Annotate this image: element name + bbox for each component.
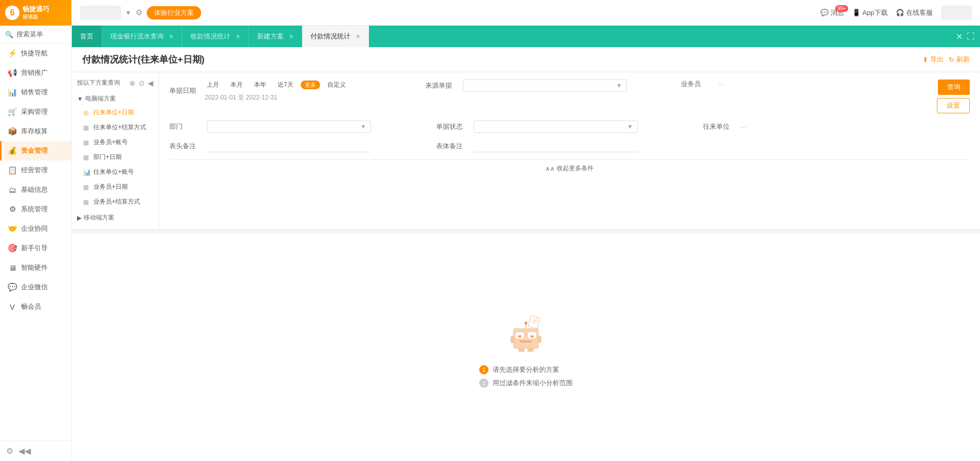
operation-icon: 📋 (8, 166, 17, 175)
purchase-icon: 🛒 (8, 107, 17, 116)
sidebar-item-system[interactable]: ⚙ 系统管理 (0, 199, 71, 219)
date-more[interactable]: 更多 (301, 81, 320, 89)
scheme-item-staff-account[interactable]: ▦ 业务员+账号 (72, 135, 159, 150)
staff-label: 业务员 (681, 79, 714, 89)
nav-label: 企业微信 (21, 283, 48, 292)
tab-bank-close[interactable]: ✕ (169, 33, 173, 40)
add-scheme-icon[interactable]: ⊕ (129, 79, 135, 87)
search-menu[interactable]: 🔍 搜索菜单 (0, 26, 71, 44)
maximize-icon[interactable]: ⛶ (967, 32, 975, 41)
trial-button[interactable]: 体验行业方案 (147, 6, 201, 19)
scheme-item-staff-settlement[interactable]: ▦ 业务员+结算方式 (72, 194, 159, 209)
scheme-panel: 按以下方案查询 ⊕ ⊙ ◀ ▼ 电脑端方案 ◎ 往来单位+日期 ▦ (72, 72, 159, 229)
settings-footer-icon[interactable]: ⚙ (6, 446, 13, 456)
topbar: ▼ ⚙ 体验行业方案 💬 消息 99+ 📱 App下载 🎧 在线客服 (72, 0, 980, 26)
sidebar-item-hardware[interactable]: 🖥 智能硬件 (0, 258, 71, 277)
svg-rect-6 (511, 336, 515, 343)
date-range-text: 2022-01-01 至 2022-12-31 (205, 93, 277, 102)
scheme-item-unit-account[interactable]: 📊 往来单位+账号 (72, 165, 159, 179)
tab-payment[interactable]: 付款情况统计 ✕ (302, 26, 369, 47)
messages-btn[interactable]: 💬 消息 99+ (820, 8, 844, 17)
inventory-icon: 📦 (8, 127, 17, 136)
quick-icon: ⚡ (8, 49, 17, 58)
scheme-table-icon5: ▦ (83, 198, 90, 206)
date-last-month[interactable]: 上月 (203, 79, 223, 90)
mobile-group-title[interactable]: ▶ 移动端方案 (72, 210, 159, 225)
refresh-button[interactable]: ↻ 刷新 (949, 55, 970, 64)
sidebar-item-quick[interactable]: ⚡ 快捷导航 (0, 44, 71, 63)
sidebar-item-member[interactable]: V 畅会员 (0, 297, 71, 316)
empty-illustration (500, 308, 552, 359)
sidebar-item-operation[interactable]: 📋 经营管理 (0, 161, 71, 180)
staff-more-icon[interactable]: ··· (718, 80, 724, 88)
sidebar-item-marketing[interactable]: 📢 营销推广 (0, 63, 71, 83)
svg-rect-12 (528, 315, 540, 329)
date-this-year[interactable]: 本年 (250, 79, 270, 90)
empty-state: 1 请先选择要分析的方案 2 用过滤条件来缩小分析范围 (72, 234, 980, 461)
scheme-settings-icon[interactable]: ⊙ (139, 79, 145, 87)
nav-label: 智能硬件 (21, 263, 48, 272)
export-button[interactable]: ⬆ 导出 (923, 55, 944, 64)
sidebar-item-guide[interactable]: 🎯 新手引导 (0, 238, 71, 258)
topbar-gear-icon[interactable]: ⚙ (135, 8, 143, 17)
source-dropdown-icon: ▼ (616, 82, 622, 89)
guide-icon: 🎯 (8, 244, 17, 253)
scheme-table-icon3: ▦ (83, 154, 90, 161)
sidebar-item-sales[interactable]: 📊 销售管理 (0, 83, 71, 102)
dept-select[interactable]: ▼ (207, 121, 371, 133)
scheme-item-unit-date[interactable]: ◎ 往来单位+日期 (72, 105, 159, 120)
svg-rect-5 (520, 340, 532, 343)
date-filter-label: 单据日期 (169, 86, 203, 95)
doc-status-dropdown-icon: ▼ (627, 123, 633, 130)
counterparty-more-icon[interactable]: ··· (740, 123, 747, 131)
sidebar: 6 畅捷通巧 标准版 🔍 搜索菜单 ⚡ 快捷导航 📢 营销推广 📊 销售管理 🛒… (0, 0, 72, 461)
nav-label: 新手引导 (21, 244, 48, 253)
tab-payment-label: 付款情况统计 (310, 32, 350, 41)
scheme-table-icon2: ▦ (83, 139, 90, 146)
collapse-sidebar-icon[interactable]: ◀◀ (18, 446, 31, 456)
source-select[interactable]: ▼ (463, 79, 627, 92)
finance-icon: 💰 (8, 146, 17, 155)
scheme-table-icon: ▦ (83, 124, 90, 131)
sidebar-item-wechat[interactable]: 💬 企业微信 (0, 277, 71, 297)
mobile-group-arrow: ▶ (77, 214, 82, 222)
tab-home[interactable]: 首页 (72, 26, 102, 47)
tab-receipt-close[interactable]: ✕ (236, 33, 240, 40)
sidebar-item-basic[interactable]: 🗂 基础信息 (0, 180, 71, 199)
online-service-btn[interactable]: 🎧 在线客服 (896, 8, 933, 17)
nav-label: 快捷导航 (21, 49, 48, 58)
nav-label: 销售管理 (21, 88, 48, 97)
desktop-group-title[interactable]: ▼ 电脑端方案 (72, 92, 159, 105)
collapse-conditions-bar[interactable]: ∧∧ 收起更多条件 (169, 159, 970, 177)
desktop-schemes-group: ▼ 电脑端方案 ◎ 往来单位+日期 ▦ 往来单位+结算方式 ▦ 业务员+账号 ▦ (72, 91, 159, 210)
topbar-dropdown-arrow[interactable]: ▼ (125, 9, 131, 16)
date-custom[interactable]: 自定义 (323, 79, 350, 90)
query-button[interactable]: 查询 (938, 79, 970, 95)
date-this-month[interactable]: 本月 (226, 79, 247, 90)
body-note-input[interactable] (474, 140, 638, 152)
tab-bank[interactable]: 现金银行流水查询 ✕ (102, 26, 182, 47)
scheme-item-unit-settlement[interactable]: ▦ 往来单位+结算方式 (72, 120, 159, 135)
download-icon: 📱 (852, 9, 860, 16)
scheme-item-staff-date[interactable]: ▦ 业务员+日期 (72, 179, 159, 194)
tab-home-label: 首页 (80, 32, 93, 41)
sidebar-item-finance[interactable]: 💰 资金管理 (0, 141, 71, 161)
tab-receipt[interactable]: 收款情况统计 ✕ (182, 26, 249, 47)
tab-new-scheme-close[interactable]: ✕ (289, 33, 293, 40)
settings-button[interactable]: 设置 (937, 98, 970, 113)
collapse-scheme-icon[interactable]: ◀ (148, 79, 153, 87)
sidebar-item-purchase[interactable]: 🛒 采购管理 (0, 102, 71, 122)
date-7days[interactable]: 近7天 (273, 79, 298, 90)
app-download-btn[interactable]: 📱 App下载 (852, 8, 888, 17)
doc-status-select[interactable]: ▼ (474, 121, 638, 133)
scheme-item-dept-date[interactable]: ▦ 部门+日期 (72, 150, 159, 165)
filter-scheme-area: 按以下方案查询 ⊕ ⊙ ◀ ▼ 电脑端方案 ◎ 往来单位+日期 ▦ (72, 72, 980, 230)
tab-new-scheme[interactable]: 新建方案 ✕ (249, 26, 302, 47)
topbar-user-avatar (941, 6, 972, 20)
sidebar-item-inventory[interactable]: 📦 库存核算 (0, 122, 71, 141)
filter-buttons: 查询 设置 (937, 79, 970, 113)
sidebar-item-collab[interactable]: 🤝 企业协同 (0, 219, 71, 238)
close-window-icon[interactable]: ✕ (956, 32, 963, 42)
header-note-input[interactable] (207, 140, 371, 152)
tab-payment-close[interactable]: ✕ (356, 33, 360, 40)
